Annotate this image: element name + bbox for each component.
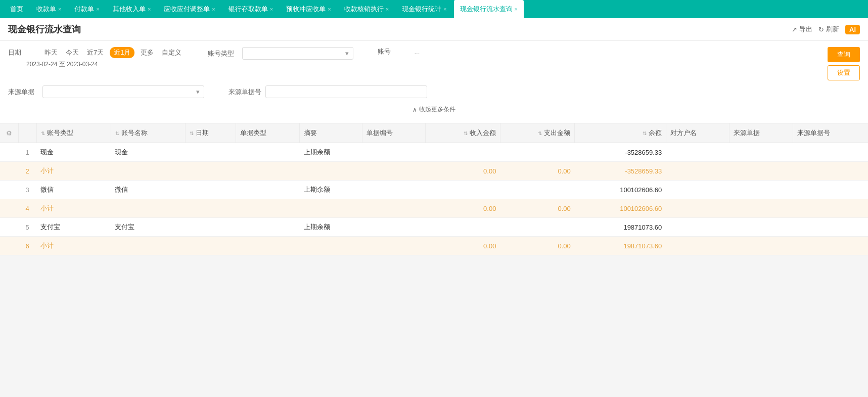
nav-tab-bank-deposit-label: 银行存取款单 xyxy=(229,5,268,14)
table-header-expense[interactable]: ⇅支出金额 xyxy=(500,123,574,143)
row-doc-type xyxy=(236,162,300,181)
nav-tab-prepay[interactable]: 预收冲应收单 × xyxy=(280,0,337,18)
query-button[interactable]: 查询 xyxy=(828,47,860,62)
export-button[interactable]: ↗ 导出 xyxy=(792,25,812,34)
date-btn-custom[interactable]: 自定义 xyxy=(160,47,184,58)
row-doc-type xyxy=(236,218,300,237)
nav-tab-bank-deposit-close[interactable]: × xyxy=(270,6,273,12)
ai-button[interactable]: Ai xyxy=(845,25,860,34)
table-row[interactable]: 6小计0.000.0019871073.60 xyxy=(0,237,868,255)
row-gear[interactable] xyxy=(0,162,18,181)
nav-tab-receipt-label: 收款单 xyxy=(36,5,56,14)
table-row[interactable]: 5支付宝支付宝上期余额19871073.60 xyxy=(0,218,868,237)
nav-tab-other-income-close[interactable]: × xyxy=(148,6,151,12)
account-type-label: 账号类型 xyxy=(208,49,238,58)
row-doc-no xyxy=(362,237,426,255)
row-balance: -3528659.33 xyxy=(575,162,666,181)
row-counterpart xyxy=(666,218,729,237)
account-dots[interactable]: ... xyxy=(412,48,422,56)
row-account-type: 小计 xyxy=(36,162,111,181)
row-gear[interactable] xyxy=(0,218,18,237)
row-source-doc xyxy=(729,143,793,162)
export-icon: ↗ xyxy=(792,26,797,33)
settings-button[interactable]: 设置 xyxy=(828,65,860,80)
table-row[interactable]: 1现金现金上期余额-3528659.33 xyxy=(0,143,868,162)
nav-tab-prepay-close[interactable]: × xyxy=(328,6,331,12)
nav-tab-verify-close[interactable]: × xyxy=(386,6,389,12)
row-account-name: 支付宝 xyxy=(111,218,185,237)
row-account-type: 小计 xyxy=(36,199,111,218)
row-expense: 0.00 xyxy=(500,162,574,181)
account-label: 账号 xyxy=(378,47,408,56)
table-header-income[interactable]: ⇅收入金额 xyxy=(426,123,500,143)
source-doc-label: 来源单据 xyxy=(8,87,38,97)
table-header-account-type[interactable]: ⇅账号类型 xyxy=(36,123,111,143)
row-gear[interactable] xyxy=(0,181,18,199)
row-account-type: 现金 xyxy=(36,143,111,162)
nav-tab-payment-close[interactable]: × xyxy=(96,6,99,12)
account-type-select[interactable]: ▾ xyxy=(242,47,353,60)
nav-tab-other-income[interactable]: 其他收入单 × xyxy=(107,0,157,18)
date-shortcuts: 昨天 今天 近7天 近1月 更多 自定义 xyxy=(42,47,184,58)
nav-tab-verify[interactable]: 收款核销执行 × xyxy=(338,0,395,18)
date-btn-1month[interactable]: 近1月 xyxy=(110,47,134,58)
nav-tab-cashflow[interactable]: 现金银行流水查询 × xyxy=(454,0,524,18)
nav-tab-statistics[interactable]: 现金银行统计 × xyxy=(396,0,452,18)
page-header: 现金银行流水查询 ↗ 导出 ↻ 刷新 Ai xyxy=(0,18,868,41)
row-doc-no xyxy=(362,162,426,181)
row-date xyxy=(186,162,236,181)
refresh-label: 刷新 xyxy=(826,25,839,34)
nav-tab-prepay-label: 预收冲应收单 xyxy=(286,5,326,14)
row-source-doc xyxy=(729,199,793,218)
nav-tab-payment[interactable]: 付款单 × xyxy=(68,0,105,18)
table-row[interactable]: 2小计0.000.00-3528659.33 xyxy=(0,162,868,181)
row-balance: 100102606.60 xyxy=(575,181,666,199)
nav-tab-statistics-close[interactable]: × xyxy=(443,6,446,12)
collapse-up-icon: ∧ xyxy=(413,106,417,113)
row-account-type: 小计 xyxy=(36,237,111,255)
account-type-chevron-icon: ▾ xyxy=(345,50,349,57)
row-source-doc-no xyxy=(793,162,868,181)
table-row[interactable]: 3微信微信上期余额100102606.60 xyxy=(0,181,868,199)
date-btn-more[interactable]: 更多 xyxy=(139,47,156,58)
source-doc-num-input[interactable] xyxy=(265,85,427,98)
nav-tab-receipt-close[interactable]: × xyxy=(58,6,61,12)
row-expense xyxy=(500,143,574,162)
table-header-balance[interactable]: ⇅余额 xyxy=(575,123,666,143)
row-account-name xyxy=(111,237,185,255)
row-expense: 0.00 xyxy=(500,199,574,218)
row-date xyxy=(186,218,236,237)
nav-tab-home-label: 首页 xyxy=(10,5,23,14)
row-gear[interactable] xyxy=(0,199,18,218)
nav-tab-adjustment[interactable]: 应收应付调整单 × xyxy=(158,0,221,18)
row-summary xyxy=(300,162,362,181)
date-btn-yesterday[interactable]: 昨天 xyxy=(42,47,60,58)
row-expense xyxy=(500,218,574,237)
table-row[interactable]: 4小计0.000.00100102606.60 xyxy=(0,199,868,218)
nav-tab-statistics-label: 现金银行统计 xyxy=(402,5,441,14)
refresh-button[interactable]: ↻ 刷新 xyxy=(818,25,839,34)
nav-tab-cashflow-close[interactable]: × xyxy=(515,6,518,12)
table-header-date[interactable]: ⇅日期 xyxy=(186,123,236,143)
table-header-account-name[interactable]: ⇅账号名称 xyxy=(111,123,185,143)
row-num: 5 xyxy=(18,218,36,237)
export-label: 导出 xyxy=(799,25,812,34)
row-summary xyxy=(300,199,362,218)
top-navigation: 首页 收款单 × 付款单 × 其他收入单 × 应收应付调整单 × 银行存取款单 … xyxy=(0,0,868,18)
nav-tab-home[interactable]: 首页 xyxy=(4,0,29,18)
nav-tab-adjustment-close[interactable]: × xyxy=(212,6,215,12)
date-btn-today[interactable]: 今天 xyxy=(64,47,81,58)
nav-tab-receipt[interactable]: 收款单 × xyxy=(30,0,67,18)
collapse-bar[interactable]: ∧ 收起更多条件 xyxy=(8,102,860,117)
data-table-container: ⚙ ⇅账号类型 ⇅账号名称 ⇅日期 单据类型 摘要 单据编号 ⇅收入金额 ⇅支出… xyxy=(0,123,868,255)
table-header-gear[interactable]: ⚙ xyxy=(0,123,18,143)
row-summary xyxy=(300,237,362,255)
row-gear[interactable] xyxy=(0,143,18,162)
row-gear[interactable] xyxy=(0,237,18,255)
source-doc-num-label: 来源单据号 xyxy=(229,87,261,97)
table-header-doc-no: 单据编号 xyxy=(362,123,426,143)
source-doc-select[interactable]: ▾ xyxy=(42,85,204,98)
date-btn-7days[interactable]: 近7天 xyxy=(85,47,106,58)
nav-tab-bank-deposit[interactable]: 银行存取款单 × xyxy=(222,0,279,18)
row-date xyxy=(186,199,236,218)
